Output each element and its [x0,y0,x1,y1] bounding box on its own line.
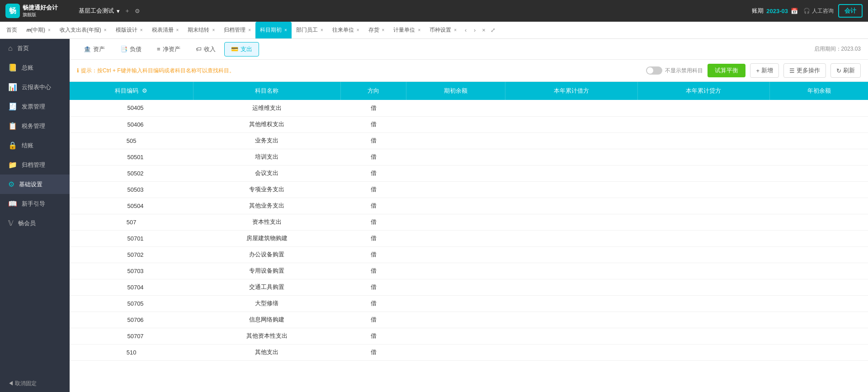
tab-expand[interactable]: ⤢ [488,22,497,39]
cell-code: 50704 [70,279,193,295]
consult-button[interactable]: 🎧 人工咨询 [803,7,834,15]
table-row[interactable]: 50406 其他维权支出 借 [70,116,868,132]
table-row[interactable]: 50504 其他业务支出 借 [70,198,868,214]
sidebar-item-reports[interactable]: 📊 云报表中心 [0,77,70,97]
logo-main: 畅捷通好会计 [23,4,58,12]
tab-customer-label: 往来单位 [332,26,354,34]
table-row[interactable]: 50707 其他资本性支出 借 [70,328,868,344]
table-row[interactable]: 50705 大型修缮 借 [70,295,868,312]
sidebar-label-guide: 新手引导 [22,200,45,208]
cell-direction: 借 [341,246,406,263]
table-row[interactable]: 510 其他支出 借 [70,344,868,360]
tab-nav-prev[interactable]: ‹ [461,22,470,39]
sidebar-item-ledger[interactable]: 📒 总账 [0,58,70,77]
table-row[interactable]: 50702 办公设备购置 借 [70,246,868,263]
sidebar-item-settings[interactable]: ⚙ 基础设置 [0,175,70,194]
logo-icon: 畅 [5,4,20,18]
cell-opening [406,279,505,295]
table-row[interactable]: 50501 培训支出 借 [70,149,868,165]
cell-year-opening [770,165,868,181]
sidebar-item-archive[interactable]: 📁 归档管理 [0,155,70,175]
cell-opening [406,295,505,312]
tab-tax-close[interactable]: × [176,28,179,33]
tab-template-close[interactable]: × [140,28,143,33]
refresh-button[interactable]: ↻ 刷新 [830,63,861,78]
cell-opening [406,116,505,132]
col-code-gear[interactable]: ⚙ [142,87,147,94]
sidebar-item-member[interactable]: 𝕍 畅会员 [0,213,70,233]
tab-currency-close[interactable]: × [454,28,457,33]
sidebar-item-guide[interactable]: 📖 新手引导 [0,194,70,213]
tab-template[interactable]: 模版设计 × [111,22,147,39]
tab-nav-next[interactable]: › [470,22,479,39]
toggle-label: 不显示禁用科目 [665,67,703,75]
table-row[interactable]: 50701 房屋建筑物购建 借 [70,230,868,246]
table-row[interactable]: 50502 会议支出 借 [70,165,868,181]
table-row[interactable]: 505 业务支出 借 [70,132,868,149]
account-button[interactable]: 会计 [838,4,863,18]
tab-inventory-label: 存货 [368,26,379,34]
sidebar-item-home[interactable]: ⌂ 首页 [0,39,70,58]
balance-button[interactable]: 试算平衡 [708,64,745,77]
sidebar-item-close[interactable]: 🔒 结账 [0,136,70,155]
settings-icon[interactable]: ⚙ [135,8,140,14]
tab-period-close[interactable]: × [48,28,51,33]
cell-name: 其他维权支出 [193,116,341,132]
tab-archive[interactable]: 归档管理 × [219,22,255,39]
disabled-toggle[interactable] [646,66,662,75]
tab-tax[interactable]: 税表清册 × [147,22,184,39]
tab-archive-close[interactable]: × [248,28,251,33]
tab-subject[interactable]: 科目期初 × [255,22,292,39]
table-row[interactable]: 50703 专用设备购置 借 [70,263,868,279]
tab-dept-close[interactable]: × [321,28,323,33]
tab-unit-close[interactable]: × [418,28,420,33]
tab-subject-close[interactable]: × [284,28,287,33]
tab-period-end-close[interactable]: × [212,28,215,33]
sub-tab-income[interactable]: 🏷 收入 [189,42,222,57]
tab-dept[interactable]: 部门员工 × [292,22,328,39]
tab-period-end[interactable]: 期末结转 × [183,22,219,39]
sub-tab-expense[interactable]: 💳 支出 [224,42,259,57]
tab-annual-close[interactable]: × [104,28,107,33]
tab-inventory[interactable]: 存货 × [364,22,389,39]
tab-close-all[interactable]: × [479,22,488,39]
company-selector[interactable]: 基层工会测试 ▾ ＋ ⚙ [79,7,746,15]
sub-tab-equity[interactable]: ≡ 净资产 [150,42,187,57]
top-right: 🎧 人工咨询 会计 [803,4,863,18]
cell-direction: 借 [341,344,406,360]
table-row[interactable]: 50405 运维维支出 借 [70,100,868,116]
table-row[interactable]: 507 资本性支出 借 [70,214,868,230]
tab-inventory-close[interactable]: × [382,28,385,33]
toolbar: ℹ 提示：按Ctrl + F键并输入科目编码或者科目名称可以查找科目。 不显示禁… [70,60,868,82]
sidebar-collapse[interactable]: ◀ 取消固定 [0,375,70,392]
sub-tab-asset[interactable]: 🏦 资产 [77,42,112,57]
table-row[interactable]: 50706 信息网络购建 借 [70,312,868,328]
sidebar-label-reports: 云报表中心 [22,83,51,91]
tab-period[interactable]: 𝙢(中期) × [22,22,55,39]
tab-annual-label: 收入支出表(年报) [60,26,101,34]
tab-customer-close[interactable]: × [357,28,359,33]
table-row[interactable]: 50704 交通工具购置 借 [70,279,868,295]
col-year-opening: 年初余额 [770,82,868,100]
sidebar-item-tax[interactable]: 📋 税务管理 [0,116,70,136]
table-row[interactable]: 50503 专项业务支出 借 [70,181,868,198]
sidebar-item-invoice[interactable]: 🧾 发票管理 [0,97,70,116]
tab-subject-label: 科目期初 [260,26,282,34]
sub-tab-liability[interactable]: 📑 负债 [113,42,148,57]
plus-icon: + [756,67,760,74]
tip-area: ℹ 提示：按Ctrl + F键并输入科目编码或者科目名称可以查找科目。 [77,67,642,75]
calendar-icon[interactable]: 📅 [791,8,798,14]
tab-currency[interactable]: 币种设置 × [425,22,461,39]
company-name: 基层工会测试 [79,7,114,15]
tab-unit[interactable]: 计量单位 × [389,22,425,39]
add-icon[interactable]: ＋ [124,7,130,15]
new-button[interactable]: + 新增 [750,63,779,78]
cell-year-opening [770,246,868,263]
tab-annual[interactable]: 收入支出表(年报) × [55,22,111,39]
sidebar-label-ledger: 总账 [22,64,33,72]
tab-home[interactable]: 首页 [2,22,22,39]
more-button[interactable]: ☰ 更多操作 [783,63,826,78]
sidebar-label-member: 畅会员 [18,219,36,227]
tab-customer[interactable]: 往来单位 × [328,22,364,39]
cell-code: 50703 [70,263,193,279]
